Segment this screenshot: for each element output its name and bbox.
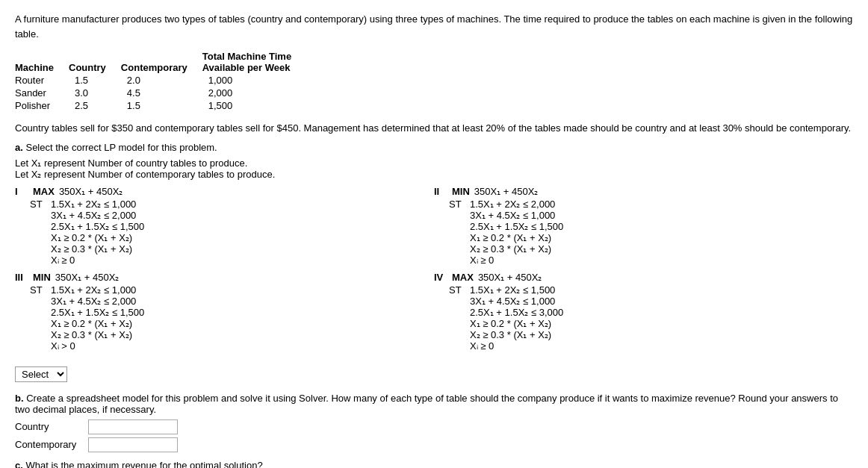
question-a-label: a. (15, 142, 23, 153)
obj-type: MIN (452, 186, 470, 197)
constraint-row: Xᵢ ≥ 0 (470, 340, 563, 352)
constraint-row: 1.5X₁ + 2X₂ ≤ 1,000 (51, 284, 144, 296)
constraint-row: 1.5X₁ + 2X₂ ≤ 1,500 (470, 284, 563, 296)
constraint-row: 2.5X₁ + 1.5X₂ ≤ 1,500 (51, 221, 144, 232)
question-c-label: c. (15, 460, 23, 469)
constraint-row: Xᵢ ≥ 0 (51, 255, 144, 266)
lp-model-III: IIIMIN350X₁ + 450X₂ST1.5X₁ + 2X₂ ≤ 1,000… (15, 272, 434, 352)
constraint-row: 3X₁ + 4.5X₂ ≤ 2,000 (51, 296, 144, 307)
country-input[interactable] (88, 419, 178, 434)
obj-fn: 350X₁ + 450X₂ (59, 186, 123, 197)
question-a-text: Select the correct LP model for this pro… (25, 142, 217, 153)
constraints-list: 1.5X₁ + 2X₂ ≤ 1,0003X₁ + 4.5X₂ ≤ 2,0002.… (51, 284, 144, 352)
roman-numeral: I (15, 186, 28, 197)
constraint-row: X₂ ≥ 0.3 * (X₁ + X₂) (51, 329, 144, 340)
constraint-row: X₂ ≥ 0.3 * (X₁ + X₂) (470, 243, 563, 255)
constraint-row: Xᵢ > 0 (51, 340, 144, 352)
obj-fn: 350X₁ + 450X₂ (478, 272, 542, 283)
roman-numeral: II (434, 186, 447, 197)
lp-block-right: IIMIN350X₁ + 450X₂ST1.5X₁ + 2X₂ ≤ 2,0003… (434, 186, 853, 358)
question-c-section: c. What is the maximum revenue for the o… (15, 460, 853, 469)
constraint-row: 3X₁ + 4.5X₂ ≤ 1,000 (470, 296, 563, 307)
st-label: ST (30, 199, 48, 210)
contemporary-input[interactable] (88, 437, 178, 452)
col-header-country: Country (69, 50, 121, 74)
constraint-row: 2.5X₁ + 1.5X₂ ≤ 1,500 (51, 307, 144, 318)
obj-fn: 350X₁ + 450X₂ (55, 272, 120, 283)
constraints-list: 1.5X₁ + 2X₂ ≤ 1,5003X₁ + 4.5X₂ ≤ 1,0002.… (470, 284, 563, 352)
question-a-section: a. Select the correct LP model for this … (15, 142, 853, 153)
col-header-total: Total Machine Time Available per Week (202, 50, 306, 74)
constraint-row: X₁ ≥ 0.2 * (X₁ + X₂) (470, 232, 563, 243)
table-cell: Sander (15, 87, 69, 99)
st-label: ST (449, 284, 467, 296)
constraint-row: X₂ ≥ 0.3 * (X₁ + X₂) (470, 329, 563, 340)
col-header-machine: Machine (15, 50, 69, 74)
country-label: Country (15, 421, 82, 432)
roman-numeral: IV (434, 272, 447, 283)
constraint-row: 1.5X₁ + 2X₂ ≤ 1,000 (51, 199, 144, 210)
note-text: Country tables sell for $350 and contemp… (15, 121, 853, 136)
col-header-contemporary: Contemporary (121, 50, 202, 74)
st-label: ST (449, 199, 467, 210)
obj-type: MAX (452, 272, 474, 283)
question-c-text: What is the maximum revenue for the opti… (25, 460, 262, 469)
table-cell: 4.5 (121, 87, 202, 99)
table-cell: 1.5 (121, 99, 202, 112)
lp-block-left: IMAX350X₁ + 450X₂ST1.5X₁ + 2X₂ ≤ 1,0003X… (15, 186, 434, 358)
constraint-row: 3X₁ + 4.5X₂ ≤ 1,000 (470, 210, 563, 221)
select-wrapper[interactable]: SelectIIIIIIIV (15, 366, 67, 382)
constraint-row: 1.5X₁ + 2X₂ ≤ 2,000 (470, 199, 563, 210)
table-cell: 1,000 (202, 74, 306, 87)
obj-type: MIN (33, 272, 51, 283)
lp-model-I: IMAX350X₁ + 450X₂ST1.5X₁ + 2X₂ ≤ 1,0003X… (15, 186, 434, 266)
table-cell: 2,000 (202, 87, 306, 99)
table-cell: Polisher (15, 99, 69, 112)
obj-fn: 350X₁ + 450X₂ (474, 186, 539, 197)
question-b-section: b. Create a spreadsheet model for this p… (15, 393, 853, 452)
contemporary-label: Contemporary (15, 439, 82, 450)
constraints-list: 1.5X₁ + 2X₂ ≤ 1,0003X₁ + 4.5X₂ ≤ 2,0002.… (51, 199, 144, 266)
var-def-2: Let X₂ represent Number of contemporary … (15, 169, 853, 180)
constraint-row: X₁ ≥ 0.2 * (X₁ + X₂) (51, 232, 144, 243)
constraint-row: 2.5X₁ + 1.5X₂ ≤ 1,500 (470, 221, 563, 232)
table-cell: 2.5 (69, 99, 121, 112)
table-cell: 1.5 (69, 74, 121, 87)
var-def-1: Let X₁ represent Number of country table… (15, 157, 853, 169)
obj-type: MAX (33, 186, 55, 197)
var-definitions: Let X₁ represent Number of country table… (15, 157, 853, 180)
table-cell: Router (15, 74, 69, 87)
lp-model-II: IIMIN350X₁ + 450X₂ST1.5X₁ + 2X₂ ≤ 2,0003… (434, 186, 853, 266)
constraint-row: 2.5X₁ + 1.5X₂ ≤ 3,000 (470, 307, 563, 318)
table-cell: 1,500 (202, 99, 306, 112)
machine-table: Machine Country Contemporary Total Machi… (15, 50, 306, 112)
lp-models-area: IMAX350X₁ + 450X₂ST1.5X₁ + 2X₂ ≤ 1,0003X… (15, 186, 853, 358)
contemporary-input-row: Contemporary (15, 437, 853, 452)
constraint-row: X₁ ≥ 0.2 * (X₁ + X₂) (51, 318, 144, 329)
constraint-row: X₂ ≥ 0.3 * (X₁ + X₂) (51, 243, 144, 255)
country-input-row: Country (15, 419, 853, 434)
constraint-row: X₁ ≥ 0.2 * (X₁ + X₂) (470, 318, 563, 329)
st-label: ST (30, 284, 48, 296)
model-select[interactable]: SelectIIIIIIIV (15, 366, 67, 382)
lp-model-IV: IVMAX350X₁ + 450X₂ST1.5X₁ + 2X₂ ≤ 1,5003… (434, 272, 853, 352)
question-b-text: Create a spreadsheet model for this prob… (15, 393, 838, 415)
table-cell: 3.0 (69, 87, 121, 99)
table-cell: 2.0 (121, 74, 202, 87)
roman-numeral: III (15, 272, 28, 283)
constraint-row: 3X₁ + 4.5X₂ ≤ 2,000 (51, 210, 144, 221)
constraints-list: 1.5X₁ + 2X₂ ≤ 2,0003X₁ + 4.5X₂ ≤ 1,0002.… (470, 199, 563, 266)
intro-text: A furniture manufacturer produces two ty… (15, 12, 853, 41)
constraint-row: Xᵢ ≥ 0 (470, 255, 563, 266)
question-b-label: b. (15, 393, 24, 404)
